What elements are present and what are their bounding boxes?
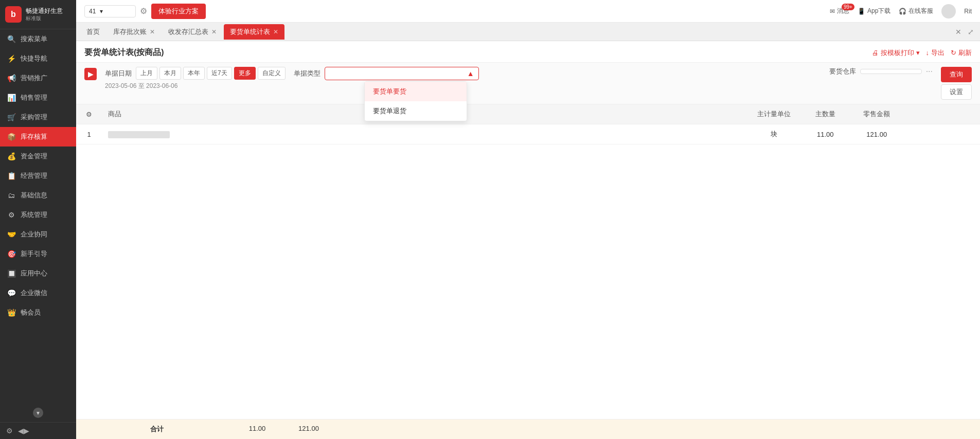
sidebar-item-label: 企业协同 <box>21 230 47 239</box>
tab-inventory[interactable]: 库存批次账 ✕ <box>107 24 161 40</box>
filter-more-icon[interactable]: ··· <box>926 67 933 76</box>
sidebar-item-sales[interactable]: 📊 销售管理 <box>0 88 76 107</box>
export-icon: ↓ <box>926 49 930 57</box>
chevron-down-icon: ▾ <box>916 49 920 57</box>
sidebar-item-system[interactable]: ⚙ 系统管理 <box>0 205 76 225</box>
messages-btn[interactable]: ✉ 消息 99+ <box>830 7 849 15</box>
settings-icon[interactable]: ⚙ <box>6 427 13 435</box>
operations-icon: 📋 <box>6 172 16 180</box>
online-service-btn[interactable]: 🎧 在线客服 <box>899 7 933 15</box>
type-dropdown-menu: 要货单要货 要货单退货 <box>364 81 467 121</box>
date-btns-group: 上月 本月 本年 近7天 更多 自定义 <box>136 67 286 80</box>
sidebar-item-label: 应用中心 <box>21 269 47 278</box>
sidebar-item-guide[interactable]: 🎯 新手引导 <box>0 244 76 264</box>
sidebar-item-enterprise[interactable]: 🤝 企业协同 <box>0 225 76 244</box>
guide-icon: 🎯 <box>6 250 16 258</box>
dropdown-item-order-return[interactable]: 要货单退货 <box>365 101 467 121</box>
tab-receivable-close[interactable]: ✕ <box>211 28 217 35</box>
sidebar-item-label: 采购管理 <box>21 113 47 122</box>
type-dropdown-icon[interactable]: ▲ <box>467 69 474 78</box>
inventory-icon: 📦 <box>6 133 16 141</box>
sidebar-item-marketing[interactable]: 📢 营销推广 <box>0 68 76 88</box>
tab-order-summary-close[interactable]: ✕ <box>273 28 278 35</box>
date-range-row: 2023-05-06 至 2023-06-06 <box>105 82 286 90</box>
page-header: 要货单统计表(按商品) 🖨 按模板打印 ▾ ↓ 导出 ↻ 刷新 <box>76 41 980 62</box>
filter-expand-btn[interactable]: ▶ <box>84 68 97 80</box>
topbar-left: 41 ▾ ⚙ 体验行业方案 <box>84 4 824 19</box>
print-btn[interactable]: 🖨 按模板打印 ▾ <box>872 48 920 58</box>
close-all-btn[interactable]: ✕ <box>953 27 964 37</box>
expand-tabs-btn[interactable]: ⤢ <box>966 27 976 37</box>
sidebar-item-label: 系统管理 <box>21 210 47 220</box>
page-content: 要货单统计表(按商品) 🖨 按模板打印 ▾ ↓ 导出 ↻ 刷新 ▶ <box>76 41 980 439</box>
tab-home[interactable]: 首页 <box>80 24 106 40</box>
warehouse-input[interactable] <box>860 69 922 74</box>
topbar-settings-icon[interactable]: ⚙ <box>140 6 147 16</box>
sidebar-item-search[interactable]: 🔍 搜索菜单 <box>0 29 76 49</box>
sidebar-item-membership[interactable]: 👑 畅会员 <box>0 303 76 322</box>
scroll-down-btn[interactable]: ▼ <box>33 408 43 418</box>
type-input[interactable] <box>329 70 467 78</box>
headset-icon: 🎧 <box>899 8 906 15</box>
date-filter-section: 单据日期 上月 本月 本年 近7天 更多 自定义 2023-05-06 至 20… <box>105 67 286 90</box>
search-icon: 🔍 <box>6 35 16 43</box>
collapse-icon[interactable]: ◀▶ <box>18 427 29 435</box>
footer-label: 合计 <box>82 425 231 434</box>
dropdown-item-order-goods[interactable]: 要货单要货 <box>365 82 467 101</box>
user-name: Rit <box>964 8 972 15</box>
cell-seq: 1 <box>76 124 102 144</box>
messages-badge: 99+ <box>842 4 854 10</box>
tab-inventory-close[interactable]: ✕ <box>150 28 155 35</box>
date-btn-this-month[interactable]: 本月 <box>159 67 181 80</box>
enterprise-icon: 🤝 <box>6 230 16 239</box>
industry-btn[interactable]: 体验行业方案 <box>151 4 206 19</box>
app-download-btn[interactable]: 📱 App下载 <box>858 7 890 15</box>
date-btn-custom[interactable]: 自定义 <box>258 67 286 80</box>
sidebar-item-app-center[interactable]: 🔲 应用中心 <box>0 264 76 283</box>
sidebar-item-basic-info[interactable]: 🗂 基础信息 <box>0 186 76 205</box>
sidebar-item-label: 营销推广 <box>21 74 47 83</box>
tab-order-summary[interactable]: 要货单统计表 ✕ <box>224 24 284 40</box>
sidebar-item-quick-nav[interactable]: ⚡ 快捷导航 <box>0 49 76 68</box>
sidebar-item-label: 搜索菜单 <box>21 34 47 44</box>
date-btn-this-year[interactable]: 本年 <box>183 67 205 80</box>
refresh-btn[interactable]: ↻ 刷新 <box>951 48 972 58</box>
sidebar-item-purchase[interactable]: 🛒 采购管理 <box>0 107 76 127</box>
tab-receivable[interactable]: 收发存汇总表 ✕ <box>162 24 223 40</box>
type-input-wrapper: ▲ <box>325 67 479 80</box>
warehouse-filter-section: 要货仓库 ··· <box>829 67 933 76</box>
table-row: 1 块 11.00 121.00 <box>76 124 980 144</box>
data-table: ⚙ 商品 主计量单位 主数量 零售金额 1 块 <box>76 104 980 144</box>
user-avatar[interactable] <box>941 4 956 19</box>
date-btn-last-7-days[interactable]: 近7天 <box>207 67 232 80</box>
export-btn[interactable]: ↓ 导出 <box>926 48 945 58</box>
cell-unit: 块 <box>748 124 799 144</box>
col-settings[interactable]: ⚙ <box>76 104 102 124</box>
finance-icon: 💰 <box>6 152 16 160</box>
setting-btn[interactable]: 设置 <box>941 84 972 100</box>
sidebar-nav: 🔍 搜索菜单 ⚡ 快捷导航 📢 营销推广 📊 销售管理 🛒 采购管理 📦 库存核… <box>0 29 76 404</box>
date-btn-last-month[interactable]: 上月 <box>136 67 157 80</box>
table-header-row: ⚙ 商品 主计量单位 主数量 零售金额 <box>76 104 980 124</box>
sidebar-item-label: 畅会员 <box>21 308 41 317</box>
tab-home-label: 首页 <box>86 27 100 36</box>
sidebar-item-wechat[interactable]: 💬 企业微信 <box>0 283 76 303</box>
app-logo: b <box>5 6 22 23</box>
sidebar-item-operations[interactable]: 📋 经营管理 <box>0 166 76 186</box>
chevron-down-icon: ▾ <box>100 8 103 15</box>
sidebar-item-finance[interactable]: 💰 资金管理 <box>0 147 76 166</box>
sidebar-item-label: 资金管理 <box>21 152 47 161</box>
sidebar: b 畅捷通好生意 标准版 🔍 搜索菜单 ⚡ 快捷导航 📢 营销推广 📊 销售管理… <box>0 0 76 439</box>
quick-nav-icon: ⚡ <box>6 54 16 63</box>
sidebar-item-inventory[interactable]: 📦 库存核算 <box>0 127 76 147</box>
date-btn-more[interactable]: 更多 <box>234 67 256 80</box>
org-selector[interactable]: 41 ▾ <box>84 5 136 17</box>
query-btn[interactable]: 查询 <box>941 67 972 82</box>
type-filter-section: 单据类型 ▲ <box>294 67 821 80</box>
sales-icon: 📊 <box>6 94 16 102</box>
table-area: ⚙ 商品 主计量单位 主数量 零售金额 1 块 <box>76 104 980 419</box>
scroll-down-indicator[interactable]: ▼ <box>0 404 76 422</box>
page-actions: 🖨 按模板打印 ▾ ↓ 导出 ↻ 刷新 <box>872 48 972 58</box>
footer-amount: 121.00 <box>283 425 334 434</box>
membership-icon: 👑 <box>6 308 16 317</box>
